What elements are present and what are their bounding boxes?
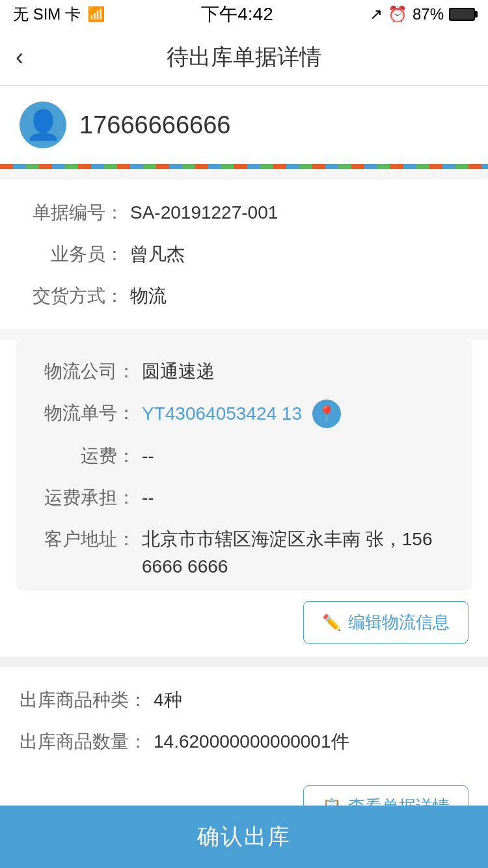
goods-types-value: 4种 <box>147 686 468 714</box>
goods-types-label: 出库商品种类： <box>20 686 147 714</box>
status-left: 无 SIM 卡 📶 <box>13 4 105 25</box>
carrier-label: 无 SIM 卡 <box>13 4 81 25</box>
status-time: 下午4:42 <box>201 2 273 27</box>
battery-icon <box>449 8 475 21</box>
logistics-card: 物流公司： 圆通速递 物流单号： YT43064053424 13 📍 运费： … <box>16 340 472 591</box>
location-icon[interactable]: 📍 <box>312 400 341 428</box>
address-value: 北京市市辖区海淀区永丰南 张，156 6666 6666 <box>135 526 457 580</box>
goods-quantity-row: 出库商品数量： 14.620000000000001件 <box>20 728 468 755</box>
confirm-button[interactable]: 确认出库 <box>0 806 488 868</box>
delivery-method-label: 交货方式： <box>20 282 124 310</box>
page-title: 待出库单据详情 <box>167 42 321 72</box>
avatar-icon: 👤 <box>25 108 61 142</box>
logistics-company-row: 物流公司： 圆通速递 <box>31 358 457 385</box>
back-button[interactable]: ‹ <box>16 44 23 71</box>
sales-person-label: 业务员： <box>20 241 124 268</box>
freight-bearer-row: 运费承担： -- <box>31 484 457 511</box>
alarm-icon: ⏰ <box>388 5 407 23</box>
order-no-value: SA-20191227-001 <box>124 199 468 226</box>
freight-label: 运费： <box>31 442 135 470</box>
tracking-no-row: 物流单号： YT43064053424 13 📍 <box>31 400 457 428</box>
tracking-no-value: YT43064053424 13 <box>135 400 302 427</box>
edit-icon: ✏️ <box>322 614 342 632</box>
customer-header: 👤 17666666666 <box>0 86 488 164</box>
logistics-section: 物流公司： 圆通速递 物流单号： YT43064053424 13 📍 运费： … <box>0 340 488 657</box>
goods-section: 出库商品种类： 4种 出库商品数量： 14.620000000000001件 <box>0 667 488 775</box>
freight-value: -- <box>135 442 457 470</box>
logistics-company-label: 物流公司： <box>31 358 135 385</box>
sales-person-row: 业务员： 曾凡杰 <box>20 241 468 268</box>
order-info-section: 单据编号： SA-20191227-001 业务员： 曾凡杰 交货方式： 物流 <box>0 180 488 329</box>
confirm-button-wrapper: 确认出库 <box>0 806 488 868</box>
edit-logistics-button[interactable]: ✏️ 编辑物流信息 <box>303 601 468 644</box>
freight-row: 运费： -- <box>31 442 457 470</box>
order-no-label: 单据编号： <box>20 199 124 226</box>
customer-phone: 17666666666 <box>79 111 230 139</box>
nav-bar: ‹ 待出库单据详情 <box>0 29 488 86</box>
delivery-method-value: 物流 <box>124 282 468 310</box>
goods-types-row: 出库商品种类： 4种 <box>20 686 468 714</box>
address-label: 客户地址： <box>31 526 135 553</box>
freight-bearer-label: 运费承担： <box>31 484 135 511</box>
dashed-divider <box>0 164 488 169</box>
order-no-row: 单据编号： SA-20191227-001 <box>20 199 468 226</box>
location-service-icon: ↗ <box>370 5 383 23</box>
edit-logistics-row: ✏️ 编辑物流信息 <box>0 591 488 657</box>
delivery-method-row: 交货方式： 物流 <box>20 282 468 310</box>
status-right: ↗ ⏰ 87% <box>370 5 475 23</box>
tracking-no-label: 物流单号： <box>31 400 135 427</box>
status-bar: 无 SIM 卡 📶 下午4:42 ↗ ⏰ 87% <box>0 0 488 29</box>
wifi-icon: 📶 <box>87 6 105 23</box>
address-row: 客户地址： 北京市市辖区海淀区永丰南 张，156 6666 6666 <box>31 526 457 580</box>
battery-label: 87% <box>413 5 444 23</box>
gray-divider <box>0 657 488 667</box>
freight-bearer-value: -- <box>135 484 457 511</box>
logistics-company-value: 圆通速递 <box>135 358 457 385</box>
sales-person-value: 曾凡杰 <box>124 241 468 268</box>
tracking-row: YT43064053424 13 📍 <box>135 400 341 428</box>
avatar: 👤 <box>20 102 66 148</box>
edit-logistics-label: 编辑物流信息 <box>348 611 450 634</box>
goods-quantity-value: 14.620000000000001件 <box>147 728 468 755</box>
goods-quantity-label: 出库商品数量： <box>20 728 147 755</box>
